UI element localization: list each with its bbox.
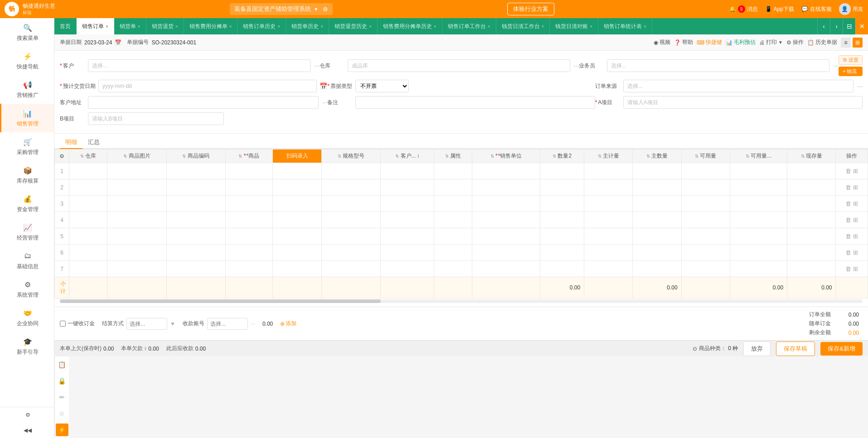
row-6-copy-icon[interactable]: ⊞: [853, 249, 858, 256]
tab-summary[interactable]: 汇总: [82, 136, 105, 149]
row-1-available[interactable]: [681, 163, 730, 179]
row-1-customer-code[interactable]: [381, 163, 434, 179]
th-product[interactable]: ⇅ *商品: [225, 149, 272, 163]
tab-daily-workbench[interactable]: 钱货日清工作台 ×: [496, 18, 550, 34]
tab-close-goods-history[interactable]: ×: [320, 24, 323, 29]
save-new-button[interactable]: 保存&新增: [820, 342, 863, 356]
th-sales-unit[interactable]: ⇅ *销售单位: [472, 149, 540, 163]
tab-sales-order[interactable]: 销售订单 ×: [77, 18, 114, 34]
tab-return-history[interactable]: 销货退货历史 ×: [329, 18, 378, 34]
row-1-main-measure[interactable]: [584, 163, 633, 179]
tab-daily-reconcile[interactable]: 钱货日清对账 ×: [550, 18, 598, 34]
row-1-product[interactable]: [225, 163, 272, 179]
th-settings[interactable]: ⚙: [55, 149, 69, 163]
tab-close-all-btn[interactable]: ✕: [855, 18, 868, 34]
row-7-copy-icon[interactable]: ⊞: [853, 265, 858, 272]
user-item[interactable]: 👤 用友: [839, 3, 863, 15]
tab-close-stats[interactable]: ×: [644, 24, 646, 29]
tab-close-return[interactable]: ×: [175, 24, 178, 29]
th-attr[interactable]: ⇅ 属性: [434, 149, 472, 163]
print-btn[interactable]: 🖨 打印 ▼: [759, 39, 783, 46]
sidebar-item-purchase[interactable]: 🛒 采购管理: [0, 132, 54, 161]
grid-view-btn[interactable]: ⊞: [853, 38, 863, 48]
th-customer-code[interactable]: ⇅ 客户... ℹ: [381, 149, 434, 163]
notice-item[interactable]: 🔔 9 消息: [729, 5, 758, 13]
right-icon-lock[interactable]: 🔒: [56, 375, 68, 387]
account-dots[interactable]: ···: [251, 321, 255, 327]
th-available[interactable]: ⇅ 可用量: [681, 149, 730, 163]
tab-order-history[interactable]: 销售订单历史 ×: [238, 18, 286, 34]
profit-btn[interactable]: 📊 毛利预估: [726, 39, 756, 46]
row-1-stock[interactable]: [787, 163, 836, 179]
discard-button[interactable]: 放弃: [743, 342, 771, 356]
row-1-code[interactable]: [166, 163, 225, 179]
tab-fee-split[interactable]: 销售费用分摊单 ×: [184, 18, 238, 34]
th-stock[interactable]: ⇅ 现存量: [787, 149, 836, 163]
sidebar-item-operation[interactable]: 📈 经营管理: [0, 218, 54, 246]
row-1-available2[interactable]: [730, 163, 787, 179]
horizontal-scrollbar[interactable]: [60, 299, 863, 303]
right-icon-orange[interactable]: ⚡: [56, 424, 68, 436]
row-1-qty2[interactable]: [540, 163, 584, 179]
b-project-input[interactable]: [88, 112, 224, 125]
scroll-thumb[interactable]: [60, 299, 381, 303]
row-2-delete-icon[interactable]: 🗑: [845, 184, 851, 191]
sidebar-settings-btn[interactable]: ⚙: [0, 407, 54, 423]
sidebar-item-marketing[interactable]: 📢 营销推广: [0, 75, 54, 104]
customer-input[interactable]: [88, 59, 310, 72]
goods-count-info-icon[interactable]: ⊙: [693, 346, 697, 352]
tab-close-daily-workbench[interactable]: ×: [542, 24, 544, 29]
account-input[interactable]: [207, 318, 248, 330]
shortcut-btn[interactable]: ⌨ 快捷键: [697, 39, 722, 46]
th-main-qty[interactable]: ⇅ 主数量: [633, 149, 681, 163]
row-7-delete-icon[interactable]: 🗑: [845, 265, 851, 272]
addr-dots[interactable]: ···: [322, 99, 328, 106]
staff-dots[interactable]: ···: [833, 62, 839, 69]
tab-stats[interactable]: 销售订单统计表 ×: [598, 18, 652, 34]
tab-close-order-history[interactable]: ×: [277, 24, 280, 29]
sidebar-item-search[interactable]: 🔍 搜索菜单: [0, 18, 54, 47]
invoice-type-select[interactable]: 不开票 增值税专用发票 普通发票: [355, 80, 409, 92]
sidebar-item-base[interactable]: 🗂 基础信息: [0, 246, 54, 275]
list-view-btn[interactable]: ≡: [841, 38, 851, 48]
staff-input[interactable]: [607, 59, 829, 72]
row-5-delete-icon[interactable]: 🗑: [845, 233, 851, 240]
a-project-input[interactable]: [623, 96, 863, 109]
tab-prev-btn[interactable]: ‹: [817, 18, 830, 34]
row-3-copy-icon[interactable]: ⊞: [853, 200, 858, 207]
tab-detail[interactable]: 明细: [60, 136, 82, 149]
row-1-attr[interactable]: [434, 163, 472, 179]
add-logistics-chip[interactable]: + 物流: [839, 67, 863, 76]
add-button[interactable]: ⊕ 添加: [280, 320, 296, 327]
row-4-copy-icon[interactable]: ⊞: [853, 217, 858, 223]
tab-close-fee-split[interactable]: ×: [229, 24, 232, 29]
th-main-measure[interactable]: ⇅ 主计量: [584, 149, 633, 163]
th-qty2[interactable]: ⇅ 数量2: [540, 149, 584, 163]
tab-close-sales-order[interactable]: ×: [106, 24, 108, 29]
app-download-item[interactable]: 📱 App下载: [765, 5, 794, 13]
tab-close-workbench[interactable]: ×: [488, 24, 490, 29]
settings-icon[interactable]: ⚙: [323, 6, 328, 13]
right-icon-doc[interactable]: 📋: [56, 358, 68, 371]
sidebar-item-inventory[interactable]: 📦 库存核算: [0, 161, 54, 189]
right-icon-edit[interactable]: ✏: [56, 391, 68, 404]
online-service-item[interactable]: 💬 在线客服: [801, 5, 832, 13]
row-6-delete-icon[interactable]: 🗑: [845, 249, 851, 256]
tab-goods-history[interactable]: 销货单历史 ×: [286, 18, 329, 34]
current-owe-info-icon[interactable]: ℹ: [145, 346, 146, 351]
tab-next-btn[interactable]: ›: [830, 18, 843, 34]
th-warehouse[interactable]: ⇅ 仓库: [69, 149, 107, 163]
tab-return[interactable]: 销货退货 ×: [146, 18, 184, 34]
delivery-date-input[interactable]: [98, 80, 317, 92]
tab-close-sales-goods[interactable]: ×: [138, 24, 141, 29]
quick-confirm-checkbox[interactable]: 一键收订金: [60, 320, 95, 327]
tab-more-btn[interactable]: ⊟: [843, 18, 855, 34]
row-1-spec[interactable]: [322, 163, 381, 179]
sidebar-item-system[interactable]: ⚙ 系统管理: [0, 275, 54, 303]
help-btn[interactable]: ❓ 帮助: [674, 39, 693, 46]
row-1-warehouse[interactable]: [69, 163, 107, 179]
sidebar-item-guide[interactable]: 🎓 新手引导: [0, 332, 54, 361]
sidebar-item-finance[interactable]: 💰 资金管理: [0, 189, 54, 218]
solution-button[interactable]: 体验行业方案: [507, 3, 554, 15]
sidebar-item-sales[interactable]: 📊 销售管理: [0, 104, 54, 132]
